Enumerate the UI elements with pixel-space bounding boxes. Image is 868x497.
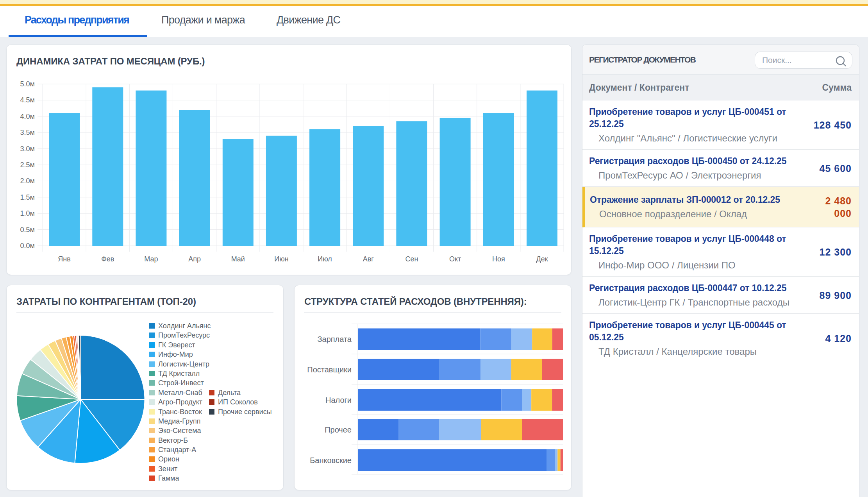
svg-text:1.5м: 1.5м <box>20 193 35 201</box>
svg-text:Банковские: Банковские <box>310 456 352 465</box>
svg-text:Авг: Авг <box>363 255 374 263</box>
svg-text:Июн: Июн <box>274 255 288 263</box>
svg-text:Прочее: Прочее <box>325 425 352 434</box>
svg-text:Поставщики: Поставщики <box>307 365 352 374</box>
svg-text:3.0м: 3.0м <box>20 145 35 153</box>
svg-text:4.0м: 4.0м <box>20 113 35 120</box>
svg-text:Ноя: Ноя <box>492 255 505 263</box>
svg-text:3.5м: 3.5м <box>20 129 35 136</box>
svg-text:Май: Май <box>231 255 245 263</box>
svg-text:Сен: Сен <box>405 255 418 263</box>
svg-text:2.5м: 2.5м <box>20 161 35 169</box>
svg-text:Июл: Июл <box>318 255 332 263</box>
svg-text:2.0м: 2.0м <box>20 177 35 185</box>
svg-text:Фев: Фев <box>101 255 114 263</box>
svg-text:0.5м: 0.5м <box>20 226 35 234</box>
svg-text:5.0м: 5.0м <box>20 80 35 88</box>
svg-text:Янв: Янв <box>58 255 71 263</box>
svg-text:Мар: Мар <box>144 255 158 263</box>
svg-text:Апр: Апр <box>188 255 201 263</box>
svg-text:Окт: Окт <box>449 255 461 263</box>
svg-text:Зарплата: Зарплата <box>317 335 352 343</box>
svg-text:1.0м: 1.0м <box>20 209 35 217</box>
svg-text:Дек: Дек <box>536 255 548 263</box>
svg-text:4.5м: 4.5м <box>20 96 35 104</box>
svg-text:0.0м: 0.0м <box>20 242 35 250</box>
svg-text:Налоги: Налоги <box>325 396 352 404</box>
